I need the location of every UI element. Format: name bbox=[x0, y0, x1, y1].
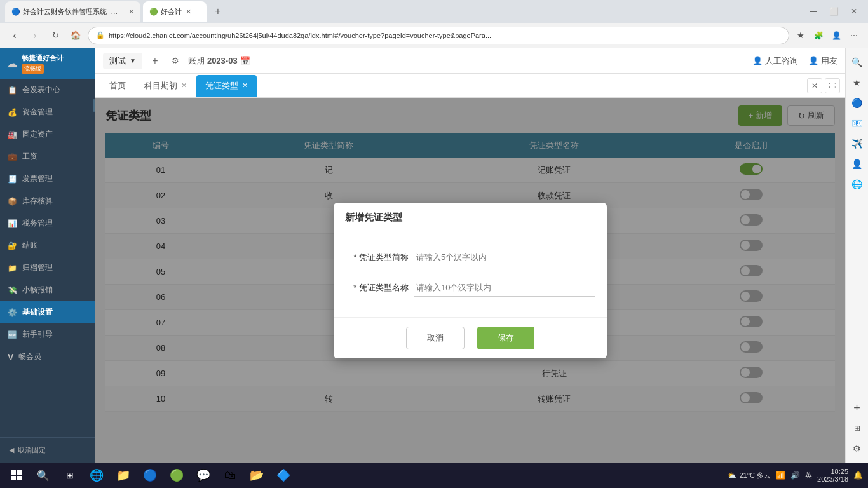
calendar-icon[interactable]: 📅 bbox=[240, 56, 250, 65]
svg-rect-0 bbox=[11, 470, 16, 475]
tab-subjects-close[interactable]: ✕ bbox=[181, 81, 187, 90]
taskbar-search[interactable]: 🔍 bbox=[32, 464, 55, 487]
tab-voucher-type-label: 凭证类型 bbox=[205, 80, 238, 92]
invoice-label: 发票管理 bbox=[22, 173, 53, 184]
rs-grid-icon[interactable]: ⊞ bbox=[848, 419, 866, 437]
taskbar: 🔍 ⊞ 🌐 📁 🔵 🟢 💬 🛍 📂 🔷 ⛅ 21°C 多云 📶 🔊 英 18:2… bbox=[0, 463, 868, 488]
short-name-row: * 凭证类型简称 bbox=[345, 248, 595, 266]
rs-circle-icon[interactable]: 🔵 bbox=[848, 94, 866, 112]
favorites-button[interactable]: ★ bbox=[793, 28, 808, 43]
app-header: 测试 ▼ + ⚙ 账期 2023-03 📅 👤 人工咨询 👤 用友 bbox=[95, 48, 845, 74]
home-button[interactable]: 🏠 bbox=[67, 27, 84, 44]
rs-star-icon[interactable]: ★ bbox=[848, 74, 866, 92]
tab2-close[interactable]: ✕ bbox=[186, 8, 191, 16]
url-bar[interactable]: 🔒 https://cloud2.chanjet.com/accounting/… bbox=[88, 27, 789, 44]
reload-button[interactable]: ↻ bbox=[47, 27, 64, 44]
user-button[interactable]: 👤 用友 bbox=[808, 55, 837, 67]
close-button[interactable]: ✕ bbox=[845, 5, 863, 18]
salary-icon: 💼 bbox=[8, 152, 17, 161]
extensions-button[interactable]: 🧩 bbox=[811, 28, 826, 43]
taskbar-explorer[interactable]: 📁 bbox=[112, 464, 135, 487]
rs-add-icon[interactable]: + bbox=[848, 399, 866, 417]
tab-maximize-button[interactable]: ⛶ bbox=[825, 78, 840, 93]
taskbar-chrome[interactable]: 🟢 bbox=[165, 464, 188, 487]
header-right: 👤 人工咨询 👤 用友 bbox=[752, 55, 837, 67]
sidebar-item-closing[interactable]: 🔐 结账 bbox=[0, 234, 95, 257]
settings-button[interactable]: ⚙ bbox=[168, 53, 183, 69]
sidebar-item-salary[interactable]: 💼 工资 bbox=[0, 146, 95, 168]
rs-mail-icon[interactable]: 📧 bbox=[848, 114, 866, 132]
company-selector[interactable]: 测试 ▼ bbox=[103, 53, 142, 69]
taskbar-notification[interactable]: 🔔 bbox=[853, 471, 863, 480]
sidebar-item-archive[interactable]: 📁 归档管理 bbox=[0, 257, 95, 279]
minimize-button[interactable]: — bbox=[804, 5, 822, 18]
sidebar-item-dashboard[interactable]: 📋 会发表中心 bbox=[0, 79, 95, 101]
rs-plane-icon[interactable]: ✈️ bbox=[848, 135, 866, 152]
tab-home[interactable]: 首页 bbox=[100, 75, 135, 97]
restore-button[interactable]: ⬜ bbox=[825, 5, 843, 18]
new-tab-button[interactable]: + bbox=[209, 3, 227, 20]
rs-globe-icon[interactable]: 🌐 bbox=[848, 175, 866, 193]
user-label: 用友 bbox=[821, 55, 837, 67]
modal: 新增凭证类型 * 凭证类型简称 * 凭证类型名称 取消 bbox=[334, 203, 607, 358]
tab-subjects-label: 科目期初 bbox=[144, 80, 177, 92]
start-button[interactable] bbox=[5, 464, 28, 487]
save-button[interactable]: 保存 bbox=[477, 327, 534, 349]
tab-voucher-type-close[interactable]: ✕ bbox=[242, 81, 248, 90]
taskbar-weather[interactable]: ⛅ 21°C 多云 bbox=[728, 471, 771, 480]
inventory-label: 库存核算 bbox=[22, 196, 53, 207]
tab2-label: 好会计 bbox=[161, 7, 182, 17]
sidebar-bottom: ◀ 取消固定 bbox=[0, 437, 95, 463]
sidebar-item-member[interactable]: V 畅会员 bbox=[0, 346, 95, 368]
sidebar-item-expense[interactable]: 💸 小畅报销 bbox=[0, 279, 95, 301]
sidebar-item-settings[interactable]: ⚙️ 基础设置 bbox=[0, 301, 95, 323]
taskbar-edge[interactable]: 🔵 bbox=[139, 464, 161, 487]
rs-user-icon[interactable]: 👤 bbox=[848, 155, 866, 173]
menu-button[interactable]: ⋯ bbox=[846, 28, 862, 43]
consult-button[interactable]: 👤 人工咨询 bbox=[752, 55, 798, 67]
taskbar-datetime[interactable]: 18:25 2023/3/18 bbox=[817, 468, 848, 483]
taskbar-wechat[interactable]: 💬 bbox=[192, 464, 215, 487]
name-input[interactable] bbox=[414, 279, 595, 297]
taskbar-ime[interactable]: 英 bbox=[805, 471, 812, 480]
back-button[interactable]: ‹ bbox=[6, 27, 23, 44]
taskbar-store[interactable]: 🛍 bbox=[219, 464, 241, 487]
unpin-button[interactable]: ◀ 取消固定 bbox=[4, 442, 92, 459]
cancel-button[interactable]: 取消 bbox=[406, 327, 465, 349]
taskbar-taskview[interactable]: ⊞ bbox=[58, 464, 81, 487]
page-content: 凭证类型 + 新增 ↻ 刷新 编号 凭证类型简称 凭证类型名称 是否启用 bbox=[95, 98, 845, 463]
tab1-close[interactable]: ✕ bbox=[128, 8, 134, 16]
taskbar-msedge2[interactable]: 🔷 bbox=[272, 464, 295, 487]
logo-icon: ☁ bbox=[6, 57, 18, 71]
sidebar-item-tax[interactable]: 📊 税务管理 bbox=[0, 212, 95, 234]
short-name-input[interactable] bbox=[414, 248, 595, 266]
rs-settings-icon[interactable]: ⚙ bbox=[848, 440, 866, 458]
forward-button[interactable]: › bbox=[27, 27, 43, 44]
browser-tab-2[interactable]: 🟢 好会计 ✕ bbox=[143, 1, 207, 22]
sidebar-item-guide[interactable]: 🆕 新手引导 bbox=[0, 323, 95, 346]
sidebar-item-inventory[interactable]: 📦 库存核算 bbox=[0, 190, 95, 212]
sidebar-item-capital[interactable]: 💰 资金管理 bbox=[0, 101, 95, 123]
browser-tab-1[interactable]: 🔵 好会计云财务软件管理系统_会计 ✕ bbox=[5, 1, 140, 22]
taskbar-volume[interactable]: 🔊 bbox=[790, 471, 800, 480]
taskbar-network[interactable]: 📶 bbox=[776, 471, 785, 480]
tab-voucher-type[interactable]: 凭证类型 ✕ bbox=[196, 75, 257, 97]
sidebar-item-fixed[interactable]: 🏭 固定资产 bbox=[0, 123, 95, 146]
tab-subjects[interactable]: 科目期初 ✕ bbox=[135, 75, 196, 97]
add-company-button[interactable]: + bbox=[147, 53, 163, 69]
sidebar-item-invoice[interactable]: 🧾 发票管理 bbox=[0, 168, 95, 190]
fixed-label: 固定资产 bbox=[22, 129, 53, 140]
right-sidebar: 🔍 ★ 🔵 📧 ✈️ 👤 🌐 + ⊞ ⚙ bbox=[845, 48, 868, 463]
page-tabs-bar: 首页 科目期初 ✕ 凭证类型 ✕ ✕ ⛶ bbox=[95, 74, 845, 98]
unpin-label: 取消固定 bbox=[18, 445, 46, 455]
invoice-icon: 🧾 bbox=[8, 175, 17, 184]
taskbar-browser[interactable]: 🌐 bbox=[85, 464, 108, 487]
sidebar-logo: ☁ 畅捷通好合计 流畅版 bbox=[0, 48, 95, 79]
rs-search-icon[interactable]: 🔍 bbox=[848, 53, 866, 71]
profile-button[interactable]: 👤 bbox=[829, 28, 844, 43]
tab-home-label: 首页 bbox=[109, 80, 126, 92]
tab-minimize-button[interactable]: ✕ bbox=[807, 78, 822, 93]
period-info: 账期 2023-03 📅 bbox=[188, 55, 250, 67]
taskbar-files[interactable]: 📂 bbox=[245, 464, 268, 487]
tab-bar: 🔵 好会计云财务软件管理系统_会计 ✕ 🟢 好会计 ✕ + — ⬜ ✕ bbox=[0, 0, 868, 23]
